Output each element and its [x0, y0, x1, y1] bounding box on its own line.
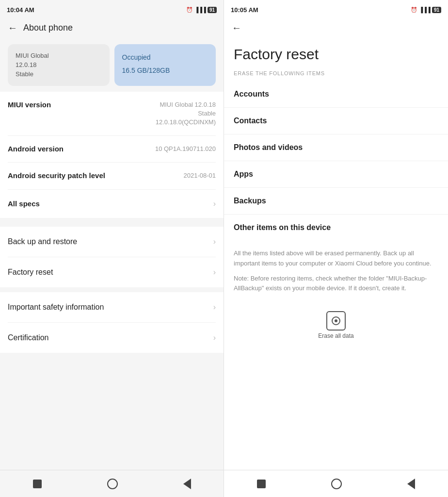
right-status-bar: 10:05 AM ⏰ ▐▐▐ 91	[224, 0, 448, 17]
right-nav-home-button[interactable]	[331, 479, 342, 489]
apps-label: Apps	[234, 170, 253, 178]
certification-item[interactable]: Certification ›	[8, 323, 216, 353]
erase-all-label: Erase all data	[318, 332, 353, 339]
factory-reset-chevron: ›	[213, 268, 216, 277]
left-status-icons: ⏰ ▐▐▐ 91	[186, 7, 217, 13]
alarm-icon: ⏰	[186, 7, 193, 13]
accounts-label: Accounts	[234, 90, 269, 98]
erase-backups: Backups	[224, 188, 448, 215]
divider-2	[0, 287, 224, 292]
miui-card-label: MIUI Global12.0.18Stable	[16, 52, 49, 78]
right-signal-icon: ▐▐▐	[419, 7, 430, 13]
miui-version-value: MIUI Global 12.0.18Stable12.0.18.0(QCDIN…	[156, 100, 216, 127]
right-panel: 10:05 AM ⏰ ▐▐▐ 91 ← Factory reset ERASE …	[224, 0, 448, 497]
left-nav-back-icon	[183, 479, 191, 489]
miui-version-card: MIUI Global12.0.18Stable	[8, 44, 110, 86]
right-nav-back-icon	[407, 479, 415, 489]
left-nav-square-button[interactable]	[33, 480, 42, 488]
certification-label: Certification	[8, 333, 48, 342]
back-up-restore-label: Back up and restore	[8, 237, 77, 246]
factory-reset-item[interactable]: Factory reset ›	[8, 257, 216, 287]
erase-accounts: Accounts	[224, 81, 448, 108]
erase-contacts: Contacts	[224, 108, 448, 134]
info-cards: MIUI Global12.0.18Stable Occupied 16.5 G…	[0, 38, 224, 92]
contacts-label: Contacts	[234, 116, 267, 125]
security-patch-value: 2021-08-01	[184, 171, 216, 180]
safety-info-item[interactable]: Important safety information ›	[8, 292, 216, 323]
right-content: Factory reset ERASE THE FOLLOWING ITEMS …	[224, 38, 448, 470]
occupied-label: Occupied	[122, 53, 151, 61]
android-version-value: 10 QP1A.190711.020	[155, 145, 216, 153]
right-back-button[interactable]: ←	[232, 22, 241, 33]
right-battery-badge: 91	[432, 7, 441, 13]
battery-badge: 91	[208, 7, 217, 13]
right-time: 10:05 AM	[231, 6, 258, 14]
android-version-label: Android version	[8, 145, 155, 153]
left-header: ← About phone	[0, 17, 224, 38]
other-items-label: Other items on this device	[234, 223, 331, 232]
all-specs-chevron: ›	[213, 199, 216, 208]
info-section: MIUI version MIUI Global 12.0.18Stable12…	[0, 92, 224, 218]
security-patch-row: Android security patch level 2021-08-01	[8, 163, 216, 189]
erase-items-list: Accounts Contacts Photos and videos Apps…	[224, 81, 448, 241]
safety-info-label: Important safety information	[8, 303, 104, 312]
left-panel: 10:04 AM ⏰ ▐▐▐ 91 ← About phone MIUI Glo…	[0, 0, 224, 497]
left-status-bar: 10:04 AM ⏰ ▐▐▐ 91	[0, 0, 224, 17]
left-spacer	[0, 353, 224, 470]
right-bottom-nav	[224, 470, 448, 497]
all-specs-label: All specs	[8, 199, 213, 208]
safety-info-chevron: ›	[213, 303, 216, 312]
erase-other-items: Other items on this device	[224, 215, 448, 241]
main-menu-section: Back up and restore › Factory reset ›	[0, 227, 224, 287]
erase-all-icon	[326, 311, 346, 331]
bottom-menu-section: Important safety information › Certifica…	[0, 292, 224, 353]
signal-icon: ▐▐▐	[194, 7, 206, 13]
right-header: ←	[224, 17, 448, 38]
left-nav-back-button[interactable]	[183, 479, 191, 489]
right-status-icons: ⏰ ▐▐▐ 91	[411, 7, 441, 13]
miui-version-row: MIUI version MIUI Global 12.0.18Stable12…	[8, 92, 216, 136]
back-up-restore-chevron: ›	[213, 237, 216, 246]
note-text-2: Note: Before restoring items, check whet…	[234, 274, 438, 294]
left-bottom-nav	[0, 470, 224, 497]
erase-photos-videos: Photos and videos	[224, 134, 448, 161]
note-section: All the items listed above will be erase…	[224, 241, 448, 306]
divider-1	[0, 222, 224, 227]
storage-value: 16.5 GB/128GB	[122, 61, 170, 76]
right-nav-home-icon	[331, 479, 342, 489]
right-nav-square-icon	[257, 480, 266, 488]
right-alarm-icon: ⏰	[411, 7, 417, 13]
security-patch-label: Android security patch level	[8, 171, 184, 180]
miui-version-label: MIUI version	[8, 100, 156, 109]
storage-card: Occupied 16.5 GB/128GB	[114, 44, 216, 86]
left-nav-square-icon	[33, 480, 42, 488]
erase-all-data-button[interactable]: Erase all data	[224, 306, 448, 342]
erase-following-label: ERASE THE FOLLOWING ITEMS	[224, 67, 448, 81]
note-text-1: All the items listed above will be erase…	[234, 248, 438, 269]
all-specs-row[interactable]: All specs ›	[8, 190, 216, 218]
android-version-row: Android version 10 QP1A.190711.020	[8, 136, 216, 163]
back-up-restore-item[interactable]: Back up and restore ›	[8, 227, 216, 257]
backups-label: Backups	[234, 197, 266, 205]
left-time: 10:04 AM	[7, 6, 34, 14]
left-nav-home-button[interactable]	[107, 479, 118, 489]
left-back-button[interactable]: ←	[8, 22, 17, 33]
left-page-title: About phone	[23, 23, 73, 33]
right-nav-square-button[interactable]	[257, 480, 266, 488]
factory-reset-title: Factory reset	[224, 38, 448, 67]
certification-chevron: ›	[213, 333, 216, 342]
photos-videos-label: Photos and videos	[234, 143, 303, 151]
factory-reset-label: Factory reset	[8, 268, 53, 277]
right-nav-back-button[interactable]	[407, 479, 415, 489]
erase-icon-inner	[332, 316, 340, 325]
left-nav-home-icon	[107, 479, 118, 489]
erase-apps: Apps	[224, 161, 448, 188]
